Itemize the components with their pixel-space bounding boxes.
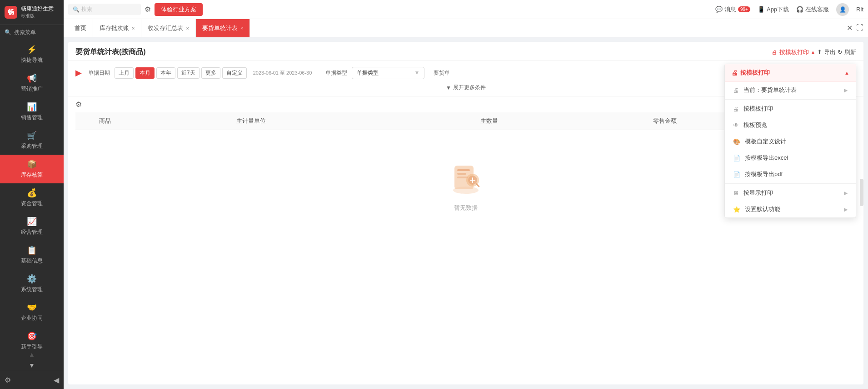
template-print-btn[interactable]: 🖨 按模板打印 ▲ xyxy=(772,48,815,56)
enterprise-icon: 🤝 xyxy=(27,303,37,313)
empty-icon xyxy=(445,157,486,198)
display-print-icon: 🖥 xyxy=(733,190,739,197)
sidebar-item-shortcut[interactable]: ⚡ 快捷导航 xyxy=(0,40,64,69)
date-btn-this-month[interactable]: 本月 xyxy=(135,67,155,79)
dropdown-current-template[interactable]: 🖨 当前：要货单统计表 ▶ xyxy=(725,82,856,98)
main-area: 🔍 搜索 ⚙ 体验行业方案 💬 消息 99+ 📱 App下载 🎧 在线客服 👤 xyxy=(64,0,868,389)
refresh-btn[interactable]: ↻ 刷新 xyxy=(838,48,856,56)
logo-text: 畅康通好生意 标准版 xyxy=(21,5,54,19)
sidebar-item-basic[interactable]: 📋 基础信息 xyxy=(0,241,64,269)
svg-line-9 xyxy=(476,184,479,187)
sidebar: 畅 畅康通好生意 标准版 🔍 搜索菜单 ⚡ 快捷导航 📢 营销推广 📊 销售管理… xyxy=(0,0,64,389)
col-checkbox xyxy=(75,112,94,130)
empty-text: 暂无数据 xyxy=(454,204,478,212)
tab-receipt-summary[interactable]: 收发存汇总表 × xyxy=(141,19,195,37)
dropdown-display-print[interactable]: 🖥 按显示打印 ▶ xyxy=(725,185,856,201)
svg-rect-4 xyxy=(457,177,468,178)
dropdown-template-design[interactable]: 🎨 模板自定义设计 xyxy=(725,133,856,150)
topbar-gear-icon[interactable]: ⚙ xyxy=(145,5,151,14)
sidebar-item-enterprise[interactable]: 🤝 企业协同 xyxy=(0,298,64,327)
topbar: 🔍 搜索 ⚙ 体验行业方案 💬 消息 99+ 📱 App下载 🎧 在线客服 👤 xyxy=(64,0,868,19)
settings-bottom-icon[interactable]: ⚙ xyxy=(5,376,11,384)
dropdown-default-left: ⭐ 设置默认功能 xyxy=(733,205,780,213)
sidebar-item-newguide[interactable]: 🎯 新手引导 xyxy=(0,327,64,349)
sidebar-item-system[interactable]: ⚙️ 系统管理 xyxy=(0,269,64,298)
page-title: 要货单统计表(按商品) xyxy=(75,47,146,57)
sales-icon: 📊 xyxy=(27,102,37,112)
tabbar: 首页 库存批次账 × 收发存汇总表 × 要货单统计表 × ✕ ⛶ xyxy=(64,19,868,37)
message-group[interactable]: 💬 消息 99+ xyxy=(715,5,750,14)
logo-icon: 畅 xyxy=(5,6,17,19)
content-area: 要货单统计表(按商品) 🖨 按模板打印 ▲ ⬆ 导出 ↻ 刷新 xyxy=(64,37,868,389)
export-icon: ⬆ xyxy=(817,49,822,56)
app-download-icon: 📱 xyxy=(758,6,765,13)
sidebar-item-inventory[interactable]: 📦 库存核算 xyxy=(0,155,64,183)
topbar-search-box[interactable]: 🔍 搜索 xyxy=(68,4,141,15)
purchase-icon: 🛒 xyxy=(27,131,37,141)
sidebar-item-marketing[interactable]: 📢 营销推广 xyxy=(0,69,64,97)
dropdown-divider-1 xyxy=(725,99,856,100)
sidebar-item-finance[interactable]: 💰 资金管理 xyxy=(0,183,64,212)
newguide-icon: 🎯 xyxy=(27,331,37,341)
star-icon: ⭐ xyxy=(733,206,740,213)
inventory-icon: 📦 xyxy=(27,159,37,169)
export-btn[interactable]: ⬆ 导出 xyxy=(817,48,836,56)
right-scrollbar-thumb[interactable] xyxy=(860,179,863,206)
online-service-group[interactable]: 🎧 在线客服 xyxy=(796,5,829,14)
date-btn-more[interactable]: 更多 xyxy=(201,67,220,79)
tab-home[interactable]: 首页 xyxy=(68,19,93,37)
tab-order-stats[interactable]: 要货单统计表 × xyxy=(196,19,250,37)
message-icon: 💬 xyxy=(715,6,723,13)
user-avatar[interactable]: 👤 xyxy=(836,3,849,16)
tab-close-inventory-batch[interactable]: × xyxy=(132,25,135,31)
page: 要货单统计表(按商品) 🖨 按模板打印 ▲ ⬆ 导出 ↻ 刷新 xyxy=(68,42,863,384)
sidebar-item-purchase[interactable]: 🛒 采购管理 xyxy=(0,126,64,155)
sidebar-item-operation[interactable]: 📈 经营管理 xyxy=(0,212,64,241)
dropdown-current-left: 🖨 当前：要货单统计表 xyxy=(733,86,797,94)
chevron-up-icon: ▲ xyxy=(811,50,815,55)
svg-rect-2 xyxy=(457,169,470,171)
dropdown-display-left: 🖥 按显示打印 xyxy=(733,189,773,197)
date-btn-custom[interactable]: 自定义 xyxy=(222,67,247,79)
dropdown-close-area[interactable]: ▲ xyxy=(844,70,849,76)
chevron-down-expand-icon: ▼ xyxy=(446,85,451,91)
template-preview-icon: 👁 xyxy=(733,122,739,129)
column-settings-icon[interactable]: ⚙ xyxy=(75,100,82,109)
chevron-down-icon: ▼ xyxy=(414,70,419,76)
system-icon: ⚙️ xyxy=(27,274,37,284)
page-header: 要货单统计表(按商品) 🖨 按模板打印 ▲ ⬆ 导出 ↻ 刷新 xyxy=(68,42,863,61)
tab-inventory-batch[interactable]: 库存批次账 × xyxy=(93,19,141,37)
tab-close-order-stats[interactable]: × xyxy=(240,25,243,31)
date-btn-last-month[interactable]: 上月 xyxy=(115,67,134,79)
svg-rect-3 xyxy=(457,173,466,175)
operation-icon: 📈 xyxy=(27,217,37,227)
right-scrollbar-track[interactable] xyxy=(860,42,863,384)
app-download-group[interactable]: 📱 App下载 xyxy=(758,5,789,14)
page-header-actions: 🖨 按模板打印 ▲ ⬆ 导出 ↻ 刷新 xyxy=(772,48,856,56)
app-logo: 畅 畅康通好生意 标准版 xyxy=(0,0,64,25)
date-buttons: 上月 本月 本年 近7天 更多 自定义 xyxy=(115,67,247,79)
date-btn-this-year[interactable]: 本年 xyxy=(156,67,175,79)
dropdown-export-excel[interactable]: 📄 按模板导出excel xyxy=(725,150,856,166)
expand-tabs-icon[interactable]: ⛶ xyxy=(856,24,863,32)
order-type-select[interactable]: 单据类型 ▼ xyxy=(352,67,424,79)
filter-expand-icon[interactable]: ▶ xyxy=(75,68,82,78)
tab-close-receipt-summary[interactable]: × xyxy=(186,25,189,31)
excel-icon: 📄 xyxy=(733,155,740,162)
close-all-tabs-icon[interactable]: ✕ xyxy=(847,24,853,32)
refresh-icon: ↻ xyxy=(838,49,843,56)
sidebar-search[interactable]: 🔍 搜索菜单 xyxy=(0,25,64,40)
dropdown-set-default[interactable]: ⭐ 设置默认功能 ▶ xyxy=(725,201,856,217)
dropdown-template-print[interactable]: 🖨 按模板打印 xyxy=(725,101,856,117)
dropdown-template-preview[interactable]: 👁 模板预览 xyxy=(725,117,856,133)
finance-icon: 💰 xyxy=(27,188,37,198)
sidebar-item-sales[interactable]: 📊 销售管理 xyxy=(0,97,64,126)
marketing-icon: 📢 xyxy=(27,73,37,83)
dropdown-export-pdf[interactable]: 📄 按模板导出pdf xyxy=(725,166,856,182)
toggle-icon[interactable]: ◀ xyxy=(54,376,59,384)
date-btn-7days[interactable]: 近7天 xyxy=(177,67,200,79)
headset-icon: 🎧 xyxy=(796,6,803,13)
dropdown-divider-2 xyxy=(725,183,856,184)
trial-btn[interactable]: 体验行业方案 xyxy=(155,3,203,16)
dropdown-header-left: 🖨 按模板打印 xyxy=(731,69,770,77)
